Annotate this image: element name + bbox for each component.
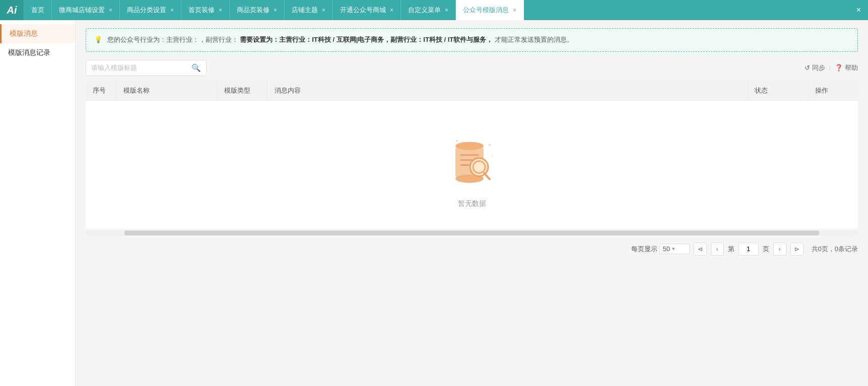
close-category-tab[interactable]: × [170,7,174,14]
last-page-button[interactable]: ⊳ [790,243,804,256]
col-header-name: 模版名称 [116,81,217,101]
global-close-button[interactable]: × [849,0,868,20]
page-size-label: 每页显示 [631,245,657,254]
nav-tab-home[interactable]: 首页 [24,0,52,20]
col-header-action: 操作 [808,81,858,101]
first-page-icon: ⊲ [698,246,703,253]
nav-tab-homepage[interactable]: 首页装修 × [181,0,230,20]
page-size-selector: 每页显示 50 ▾ [631,244,690,254]
svg-line-9 [484,173,490,179]
top-nav: Ai 首页 微商城店铺设置 × 商品分类设置 × 首页装修 × 商品页装修 × … [0,0,868,20]
sidebar: 模版消息 模版消息记录 [0,20,76,386]
sidebar-item-template-msg-record[interactable]: 模版消息记录 [0,43,75,62]
toolbar-divider: | [829,64,831,71]
search-area: 🔍 ↺ 同步 | ❓ 帮助 [86,60,858,76]
search-input[interactable] [91,64,191,71]
close-custommenu-tab[interactable]: × [445,7,448,14]
sync-button[interactable]: ↺ 同步 [805,63,825,72]
info-banner: 💡 您的公众号行业为：主营行业：，副营行业： 需要设置为：主营行业：IT科技 /… [86,28,858,52]
next-page-button[interactable]: › [773,243,786,256]
pagination: 每页显示 50 ▾ ⊲ ‹ 第 页 › ⊳ 共0页，0条记录 [86,238,858,258]
help-label: 帮助 [845,63,858,72]
svg-point-12 [491,155,493,157]
table-scrollbar[interactable] [86,230,858,236]
close-openmarket-tab[interactable]: × [390,7,393,14]
empty-text: 暂无数据 [86,199,858,208]
col-header-index: 序号 [86,81,116,101]
data-table: 序号 模版名称 模版类型 消息内容 状态 操作 [86,81,858,228]
page-size-dropdown[interactable]: 50 ▾ [659,244,690,254]
app-logo: Ai [0,0,24,20]
help-button[interactable]: ❓ 帮助 [835,63,858,72]
sync-icon: ↺ [805,64,810,71]
empty-state: 暂无数据 [86,101,858,228]
nav-tab-category[interactable]: 商品分类设置 × [120,0,181,20]
toolbar-right: ↺ 同步 | ❓ 帮助 [805,63,858,72]
table-header-row: 序号 模版名称 模版类型 消息内容 状态 操作 [86,81,858,101]
col-header-type: 模版类型 [217,81,267,101]
last-page-icon: ⊳ [794,246,799,253]
col-header-content: 消息内容 [267,81,747,101]
close-productpage-tab[interactable]: × [274,7,277,14]
search-box[interactable]: 🔍 [86,60,207,76]
next-page-icon: › [779,246,781,253]
table-empty-row: 暂无数据 [86,100,858,228]
page-size-value: 50 [663,245,670,253]
search-icon[interactable]: 🔍 [191,63,201,72]
nav-tab-templatemsg[interactable]: 公众号模版消息 × [456,0,524,20]
scroll-thumb[interactable] [124,230,820,236]
total-info: 共0页，0条记录 [812,245,858,254]
prev-page-icon: ‹ [716,246,718,253]
nav-tab-custommenu[interactable]: 自定义菜单 × [401,0,456,20]
close-homepage-tab[interactable]: × [219,7,222,14]
sidebar-item-template-msg[interactable]: 模版消息 [0,24,75,43]
current-page-label: 第 [728,245,735,254]
close-templatemsg-tab[interactable]: × [513,7,516,14]
first-page-button[interactable]: ⊲ [694,243,707,256]
bulb-icon: 💡 [94,36,102,43]
svg-point-10 [456,140,458,142]
nav-tab-shoptheme[interactable]: 店铺主题 × [285,0,333,20]
svg-point-11 [488,143,491,146]
main-layout: 模版消息 模版消息记录 💡 您的公众号行业为：主营行业：，副营行业： 需要设置为… [0,20,868,386]
empty-icon [442,131,502,191]
banner-highlight-text: 需要设置为：主营行业：IT科技 / 互联网|电子商务，副营行业：IT科技 / I… [240,36,493,43]
help-icon: ❓ [835,64,843,71]
col-header-status: 状态 [747,81,808,101]
page-size-chevron-icon: ▾ [672,246,675,252]
nav-tab-wshop[interactable]: 微商城店铺设置 × [52,0,120,20]
content-area: 💡 您的公众号行业为：主营行业：，副营行业： 需要设置为：主营行业：IT科技 /… [76,20,868,386]
svg-point-2 [455,142,484,150]
prev-page-button[interactable]: ‹ [711,243,724,256]
page-number-input[interactable] [739,243,759,256]
close-shoptheme-tab[interactable]: × [322,7,325,14]
nav-tab-productpage[interactable]: 商品页装修 × [230,0,285,20]
banner-prefix-text: 您的公众号行业为：主营行业：，副营行业： [107,36,238,43]
nav-tab-openmarket[interactable]: 开通公众号商城 × [333,0,401,20]
banner-suffix-text: 才能正常发送预置的消息。 [495,36,573,43]
close-wshop-tab[interactable]: × [109,7,112,14]
sync-label: 同步 [812,63,825,72]
page-unit-label: 页 [763,245,769,254]
